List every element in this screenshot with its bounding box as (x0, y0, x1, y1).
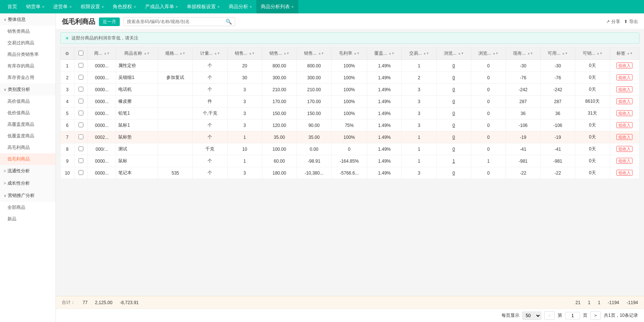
row-views1[interactable]: 0 (436, 84, 471, 96)
nav-close-icon[interactable]: × (176, 4, 178, 9)
row-select-checkbox[interactable] (79, 99, 83, 103)
col-code[interactable]: 商...▲▼ (87, 47, 116, 60)
col-tag[interactable]: 标签▲▼ (610, 47, 639, 60)
row-select-checkbox[interactable] (79, 158, 83, 163)
nav-item-商品分析列表[interactable]: 商品分析列表× (256, 0, 298, 13)
col-checkbox[interactable] (74, 47, 87, 60)
row-checkbox[interactable] (74, 119, 87, 131)
row-views1[interactable]: 0 (436, 143, 471, 155)
row-views1[interactable]: 0 (436, 108, 471, 119)
col-sales-price[interactable]: 销售...▲▼ (262, 47, 297, 60)
nav-close-icon[interactable]: × (217, 4, 220, 9)
col-current-stock[interactable]: 现有...▲▼ (506, 47, 540, 60)
col-transactions[interactable]: 交易...▲▼ (402, 47, 436, 60)
col-views2[interactable]: 浏览...▲▼ (471, 47, 506, 60)
nav-close-icon[interactable]: × (291, 4, 294, 9)
sidebar-group-流通性分析[interactable]: >流通性分析 (0, 165, 55, 177)
sidebar-item-商品分类销售率[interactable]: 商品分类销售率 (0, 49, 55, 60)
row-checkbox[interactable] (74, 84, 87, 96)
row-views1[interactable]: 0 (436, 60, 471, 72)
col-name[interactable]: 商品名称▲▼ (116, 47, 158, 60)
row-select-checkbox[interactable] (79, 111, 83, 115)
share-button[interactable]: ↗ 分享 (606, 19, 620, 25)
row-checkbox[interactable] (74, 60, 87, 72)
row-select-checkbox[interactable] (79, 134, 83, 139)
col-gross-rate[interactable]: 毛利率▲▼ (331, 47, 367, 60)
row-current-stock: -19 (506, 131, 540, 143)
prev-page-button[interactable]: ＜ (544, 311, 555, 320)
sidebar-item-高毛利商品[interactable]: 高毛利商品 (0, 142, 55, 153)
nav-close-icon[interactable]: × (69, 4, 71, 9)
sidebar-group-营销推广分析[interactable]: ∨营销推广分析 (0, 189, 55, 202)
col-views1[interactable]: 浏览...▲▼ (436, 47, 471, 60)
row-select-checkbox[interactable] (79, 146, 83, 151)
col-available[interactable]: 可用...▲▼ (541, 47, 575, 60)
row-current-stock: -106 (506, 119, 540, 131)
nav-item-权限设置[interactable]: 权限设置× (76, 0, 108, 13)
nav-item-首页[interactable]: 首页 (3, 0, 22, 13)
sidebar-item-销售类商品[interactable]: 销售类商品 (0, 26, 55, 37)
nav-item-单据模板设置[interactable]: 单据模板设置× (182, 0, 224, 13)
nav-close-icon[interactable]: × (250, 4, 252, 9)
nav-close-icon[interactable]: × (102, 4, 104, 9)
row-select-checkbox[interactable] (79, 63, 83, 68)
sidebar-group-类别度分析[interactable]: ∨类别度分析 (0, 83, 55, 96)
row-checkbox[interactable] (74, 131, 87, 143)
sidebar-item-交易过的商品[interactable]: 交易过的商品 (0, 37, 55, 49)
sidebar-item-全部商品[interactable]: 全部商品 (0, 202, 55, 213)
nav-item-进货单[interactable]: 进货单× (49, 0, 76, 13)
col-sales-amount[interactable]: 销售...▲▼ (297, 47, 331, 60)
row-views1[interactable]: 0 (436, 96, 471, 108)
row-checkbox[interactable] (74, 108, 87, 119)
col-settings[interactable]: ⚙ (61, 47, 74, 60)
sidebar-group-整体信息[interactable]: ∨整体信息 (0, 13, 55, 26)
row-checkbox[interactable] (74, 155, 87, 167)
export-button[interactable]: ⬆ 导出 (624, 19, 638, 25)
sidebar-item-新品[interactable]: 新品 (0, 213, 55, 225)
row-views1[interactable]: 1 (436, 155, 471, 167)
row-checkbox[interactable] (74, 72, 87, 84)
sidebar-group-成长性分析[interactable]: >成长性分析 (0, 177, 55, 189)
sidebar-item-低毛利商品[interactable]: 低毛利商品 (0, 153, 55, 165)
col-spec[interactable]: 规格...▲▼ (158, 47, 193, 60)
filter-button[interactable]: 近一月 (99, 17, 120, 26)
col-saleable[interactable]: 可销...▲▼ (575, 47, 610, 60)
row-select-checkbox[interactable] (79, 75, 83, 80)
nav-item-商品分析[interactable]: 商品分析× (224, 0, 256, 13)
row-views1[interactable]: 0 (436, 119, 471, 131)
col-unit[interactable]: 计量...▲▼ (193, 47, 227, 60)
search-icon[interactable]: 🔍 (225, 19, 232, 25)
nav-item-角色授权[interactable]: 角色授权× (108, 0, 140, 13)
row-views1[interactable]: 0 (436, 72, 471, 84)
search-input[interactable] (127, 19, 225, 24)
row-spec (158, 96, 193, 108)
sidebar-item-低覆盖度商品[interactable]: 低覆盖度商品 (0, 130, 55, 142)
nav-item-销货单[interactable]: 销货单× (22, 0, 49, 13)
row-select-checkbox[interactable] (79, 122, 83, 127)
per-page-select[interactable]: 102050100 (522, 312, 541, 320)
row-checkbox[interactable] (74, 143, 87, 155)
sidebar-item-低价值商品[interactable]: 低价值商品 (0, 107, 55, 119)
row-views1[interactable]: 0 (436, 167, 471, 179)
sidebar-item-高价值商品[interactable]: 高价值商品 (0, 96, 55, 107)
col-sales-qty[interactable]: 销售...▲▼ (227, 47, 262, 60)
row-coverage: 1.49% (367, 131, 402, 143)
nav-close-icon[interactable]: × (42, 4, 44, 9)
row-select-checkbox[interactable] (79, 87, 83, 92)
sidebar-item-高覆盖度商品[interactable]: 高覆盖度商品 (0, 119, 55, 130)
row-checkbox[interactable] (74, 167, 87, 179)
nav-close-icon[interactable]: × (134, 4, 136, 9)
sidebar-item-有库存的商品[interactable]: 有库存的商品 (0, 60, 55, 72)
select-all-checkbox[interactable] (79, 51, 83, 55)
row-sales-qty: 3 (227, 167, 262, 179)
table-container[interactable]: ⚙ 商...▲▼ 商品名称▲▼ 规格...▲▼ 计量...▲▼ 销售...▲▼ … (60, 47, 640, 296)
row-checkbox[interactable] (74, 96, 87, 108)
col-coverage[interactable]: 覆盖...▲▼ (367, 47, 402, 60)
sidebar-item-库存资金占用[interactable]: 库存资金占用 (0, 72, 55, 83)
row-sales-qty: 1 (227, 131, 262, 143)
row-select-checkbox[interactable] (79, 170, 83, 175)
nav-item-产成品入库单[interactable]: 产成品入库单× (141, 0, 182, 13)
page-input[interactable] (565, 312, 580, 319)
row-views1[interactable]: 0 (436, 131, 471, 143)
next-page-button[interactable]: ＞ (590, 311, 601, 320)
